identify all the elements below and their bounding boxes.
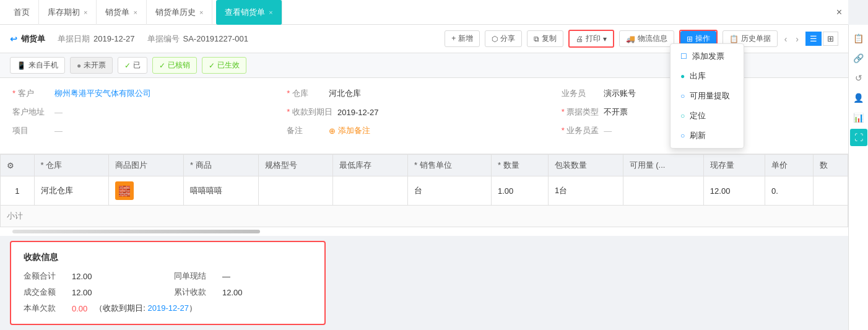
sales-staff-value: — bbox=[604, 126, 612, 136]
add-invoice-icon: ☐ bbox=[680, 52, 687, 61]
sales-staff-label: 业务员孟 bbox=[562, 125, 599, 136]
same-order-value: — bbox=[222, 272, 230, 281]
outstanding-label: 本单欠款 bbox=[24, 303, 67, 314]
window-close-button[interactable]: × bbox=[836, 7, 842, 18]
note-label: 备注 bbox=[287, 125, 324, 136]
logistics-button[interactable]: 🚚 物流信息 bbox=[619, 30, 674, 47]
doc-num-label: 单据编号 bbox=[147, 33, 180, 45]
col-pack-qty: 包装数量 bbox=[548, 155, 623, 176]
tab-inventory-close[interactable]: × bbox=[84, 9, 87, 16]
total-amount-row: 金额合计 12.00 bbox=[24, 271, 162, 282]
sidebar-refresh-icon[interactable]: ↺ bbox=[850, 69, 867, 87]
ticket-type-label: 票据类型 bbox=[562, 106, 599, 118]
print-button[interactable]: 🖨 打印 ▾ bbox=[570, 31, 613, 46]
tab-view-sales-close[interactable]: × bbox=[269, 9, 272, 16]
address-label: 客户地址 bbox=[12, 106, 50, 118]
customer-label: 客户 bbox=[12, 88, 50, 99]
grid-view-button[interactable]: ⊞ bbox=[823, 32, 838, 46]
outstanding-value: 0.00 bbox=[72, 304, 87, 313]
row-current-stock: 12.00 bbox=[703, 176, 765, 206]
row-qty: 1.00 bbox=[491, 176, 548, 206]
not-open-ticket-button[interactable]: ● 未开票 bbox=[70, 57, 113, 74]
doc-number-field: 单据编号 SA-20191227-001 bbox=[147, 33, 249, 45]
add-invoice-item[interactable]: ☐ 添加发票 bbox=[671, 46, 744, 66]
cumulative-payment-label: 累计收款 bbox=[174, 287, 217, 298]
list-view-button[interactable]: ☰ bbox=[805, 32, 822, 46]
print-highlight-box: 🖨 打印 ▾ bbox=[568, 30, 614, 48]
next-record-button[interactable]: › bbox=[794, 34, 801, 44]
sidebar-user-icon[interactable]: 👤 bbox=[850, 89, 867, 106]
table-row: 1 河北仓库 🧱 嘻嘻嘻嘻 台 1.00 1台 12.00 0. bbox=[1, 176, 848, 206]
sidebar-expand-icon[interactable]: ⛶ bbox=[850, 129, 867, 146]
address-field: 客户地址 — bbox=[12, 106, 287, 118]
sidebar-link-icon[interactable]: 🔗 bbox=[850, 50, 867, 67]
col-current-stock: 现存量 bbox=[703, 155, 765, 176]
doc-type-label: 销货单 bbox=[21, 33, 45, 45]
row-warehouse: 河北仓库 bbox=[34, 176, 109, 206]
new-button[interactable]: + 新增 bbox=[445, 30, 479, 47]
effective-button[interactable]: ✓ 已生效 bbox=[202, 57, 246, 74]
share-button[interactable]: ⬡ 分享 bbox=[485, 30, 522, 47]
voided-check-icon: ✓ bbox=[159, 61, 165, 70]
same-order-row: 同单现结 — bbox=[174, 271, 312, 282]
from-phone-button[interactable]: 📱 来自手机 bbox=[10, 57, 65, 74]
staff-label: 业务员 bbox=[562, 88, 599, 99]
outstanding-row: 本单欠款 0.00 （收款到期日: 2019-12-27） bbox=[24, 303, 312, 314]
tab-sales[interactable]: 销货单 × bbox=[97, 0, 146, 25]
col-min-stock: 最低库存 bbox=[333, 155, 408, 176]
dot-icon: ● bbox=[77, 61, 81, 70]
col-settings[interactable]: ⚙ bbox=[1, 155, 35, 176]
transaction-amount-label: 成交金额 bbox=[24, 287, 67, 298]
voided-button[interactable]: ✓ 已核销 bbox=[152, 57, 197, 74]
tab-inventory[interactable]: 库存期初 × bbox=[39, 0, 97, 25]
row-seq: 1 bbox=[1, 176, 35, 206]
table-header-row: ⚙ * 仓库 商品图片 * 商品 规格型号 最低库存 * 销售单位 * 数量 包… bbox=[1, 155, 848, 176]
outbound-item[interactable]: ● 出库 bbox=[671, 66, 744, 86]
doc-date-value: 2019-12-27 bbox=[93, 34, 135, 43]
phone-icon: 📱 bbox=[17, 61, 26, 70]
tab-sales-history-close[interactable]: × bbox=[199, 9, 203, 16]
effective-check-icon: ✓ bbox=[209, 61, 215, 70]
summary-section: 收款信息 金额合计 12.00 同单现结 — 成交金额 12.00 累计收款 1… bbox=[10, 241, 326, 325]
col-unit-price: 单价 bbox=[765, 155, 814, 176]
review-button[interactable]: ✓ 已 bbox=[118, 57, 147, 74]
available-qty-icon: ○ bbox=[680, 92, 685, 100]
ticket-type-value: 不开票 bbox=[604, 106, 628, 118]
check-icon: ✓ bbox=[124, 61, 131, 70]
available-qty-item[interactable]: ○ 可用量提取 bbox=[671, 86, 744, 106]
tab-sales-close[interactable]: × bbox=[133, 9, 137, 16]
tab-sales-history[interactable]: 销货单历史 × bbox=[147, 0, 212, 25]
locate-icon: ○ bbox=[680, 111, 685, 120]
sidebar-chart-icon[interactable]: 📊 bbox=[850, 109, 867, 126]
tab-view-sales[interactable]: 查看销货单 × bbox=[216, 0, 282, 25]
horizontal-scrollbar[interactable] bbox=[12, 230, 260, 233]
refresh-item[interactable]: ○ 刷新 bbox=[671, 126, 744, 145]
warehouse-value: 河北仓库 bbox=[329, 88, 361, 99]
project-label: 项目 bbox=[12, 125, 50, 136]
doc-title: ↩ 销货单 bbox=[10, 33, 45, 45]
col-available: 可用量 (... bbox=[623, 155, 703, 176]
prev-record-button[interactable]: ‹ bbox=[783, 34, 789, 44]
address-value: — bbox=[54, 108, 63, 117]
payment-date-field: 收款到期日 2019-12-27 bbox=[287, 106, 561, 118]
print-dropdown-arrow[interactable]: ▾ bbox=[603, 35, 607, 43]
sidebar-doc-icon[interactable]: 📋 bbox=[850, 30, 867, 47]
product-img-placeholder: 🧱 bbox=[118, 185, 131, 197]
products-table: ⚙ * 仓库 商品图片 * 商品 规格型号 最低库存 * 销售单位 * 数量 包… bbox=[0, 154, 848, 227]
col-product-img: 商品图片 bbox=[109, 155, 184, 176]
tab-home[interactable]: 首页 bbox=[5, 0, 39, 25]
doc-date-field: 单据日期 2019-12-27 bbox=[58, 33, 135, 45]
share-icon: ⬡ bbox=[492, 35, 498, 43]
transaction-amount-value: 12.00 bbox=[72, 288, 92, 297]
summary-title: 收款信息 bbox=[24, 252, 312, 263]
copy-button[interactable]: ⧉ 复制 bbox=[527, 30, 563, 47]
operation-grid-icon: ⊞ bbox=[687, 35, 693, 43]
locate-item[interactable]: ○ 定位 bbox=[671, 106, 744, 126]
row-unit: 台 bbox=[407, 176, 491, 206]
cumulative-payment-value: 12.00 bbox=[222, 288, 243, 297]
right-sidebar: 📋 🔗 ↺ 👤 📊 ⛶ bbox=[848, 25, 868, 330]
customer-value[interactable]: 柳州粤港平安气体有限公司 bbox=[54, 88, 151, 99]
add-note-button[interactable]: ⊕ 添加备注 bbox=[329, 125, 370, 136]
col-warehouse: * 仓库 bbox=[34, 155, 109, 176]
row-product-name: 嘻嘻嘻嘻 bbox=[183, 176, 258, 206]
